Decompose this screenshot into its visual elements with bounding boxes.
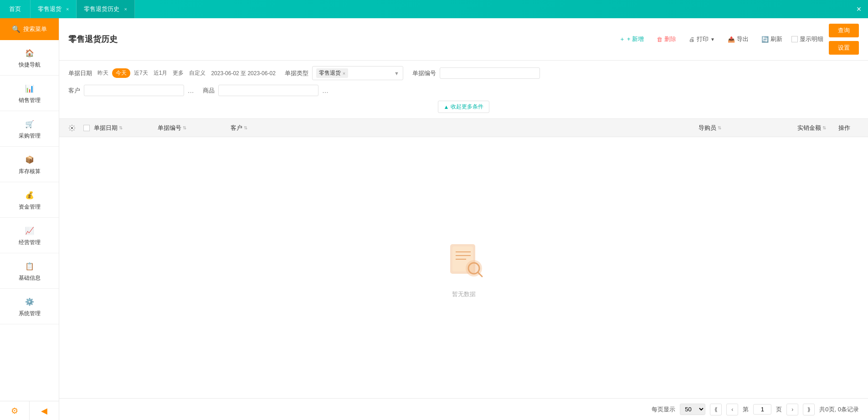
collapse-row: ▲ 收起更多条件 [68,101,859,113]
display-checkbox[interactable] [791,36,798,42]
business-icon: 📈 [23,224,36,237]
search-icon: 🔍 [12,25,21,33]
sidebar-item-purchase-mgmt[interactable]: 🛒 采购管理 [0,111,59,147]
table-container: 单据日期 ⇅ 单据编号 ⇅ 客户 ⇅ 导购员 ⇅ 实销金额 ⇅ [59,119,868,398]
customer-filter-group: 客户 ... [68,85,194,96]
delete-button[interactable]: 🗑 删除 [653,33,680,45]
export-label: 导出 [737,35,749,43]
date-more-btn[interactable]: 更多 [171,68,185,78]
page-title: 零售退货历史 [68,34,118,45]
th-amount[interactable]: 实销金额 ⇅ [771,124,826,132]
sidebar: 🔍 搜索菜单 🏠 快捷导航 📊 销售管理 🛒 采购管理 📦 库存核算 💰 [0,18,59,420]
date-custom-btn[interactable]: 自定义 [187,68,207,78]
print-icon: 🖨 [689,36,695,43]
print-button[interactable]: 🖨 打印 ▼ [685,33,719,45]
page-next-button[interactable]: › [786,404,798,415]
th-customer[interactable]: 客户 ⇅ [231,124,699,132]
collapse-chevron-icon: ▲ [444,104,449,110]
th-num-sort-icon: ⇅ [183,125,186,130]
page-number-input[interactable] [753,404,771,415]
customer-dots[interactable]: ... [188,87,194,95]
sidebar-item-business[interactable]: 📈 经营管理 [0,218,59,253]
header-checkbox[interactable] [83,125,90,131]
th-guide-sort-icon: ⇅ [718,125,721,130]
th-settings[interactable] [65,124,79,132]
sales-icon: 📊 [23,82,36,95]
window-close-button[interactable]: × [850,0,868,18]
voucher-filter-group: 单据编号 [412,67,540,79]
type-filter-select[interactable]: 零售退货 × ▼ [312,66,403,80]
sidebar-item-sales-mgmt[interactable]: 📊 销售管理 [0,76,59,111]
page-size-select[interactable]: 10 20 50 100 [680,404,705,415]
delete-icon: 🗑 [657,36,663,43]
total-label: 共0页, 0条记录 [819,405,859,414]
query-button[interactable]: 查询 [829,24,859,37]
customer-input[interactable] [84,85,184,96]
tab-retail-return-history-close[interactable]: × [124,6,127,12]
tab-retail-return-history-label: 零售退货历史 [84,5,119,13]
collapse-bottom-btn[interactable]: ◀ [30,401,59,420]
th-guide[interactable]: 导购员 ⇅ [699,124,771,132]
filter-row-2: 客户 ... 商品 ... [68,85,859,96]
type-select-chevron-icon: ▼ [394,71,399,76]
th-ops-label: 操作 [838,124,850,132]
sidebar-item-quick-nav[interactable]: 🏠 快捷导航 [0,40,59,76]
th-checkbox[interactable] [79,125,94,131]
finance-icon: 💰 [23,189,36,201]
display-toggle[interactable]: 显示明细 [791,35,823,43]
page-first-button[interactable]: ⟪ [710,404,722,415]
export-button[interactable]: 📤 导出 [724,33,752,45]
date-today-btn[interactable]: 今天 [112,68,130,78]
inventory-icon: 📦 [23,153,36,166]
new-button[interactable]: ＋ + 新增 [616,33,647,45]
th-date-label: 单据日期 [94,124,118,132]
sidebar-search-label: 搜索菜单 [23,25,47,33]
sidebar-item-basic-info[interactable]: 📋 基础信息 [0,253,59,289]
type-tag-label: 零售退货 [319,69,341,77]
display-label: 显示明细 [800,35,823,43]
sidebar-search[interactable]: 🔍 搜索菜单 [0,18,59,40]
page-last-button[interactable]: ⟫ [803,404,815,415]
top-bar: 首页 零售退货 × 零售退货历史 × × [0,0,868,18]
basic-info-icon: 📋 [23,260,36,272]
date-7days-btn[interactable]: 近7天 [132,68,150,78]
collapse-button[interactable]: ▲ 收起更多条件 [438,101,490,113]
page-size-label: 每页显示 [652,405,675,414]
type-filter-label: 单据类型 [285,69,308,77]
th-num[interactable]: 单据编号 ⇅ [158,124,231,132]
settings-button[interactable]: 设置 [829,41,859,55]
date-yesterday-btn[interactable]: 昨天 [96,68,110,78]
page-header: 零售退货历史 ＋ + 新增 🗑 删除 🖨 打印 ▼ 📤 导出 [59,18,868,61]
date-range-display: 2023-06-02 至 2023-06-02 [211,70,275,77]
voucher-num-input[interactable] [440,67,540,79]
tab-home[interactable]: 首页 [0,0,31,18]
th-date-sort-icon: ⇅ [119,125,123,130]
settings-bottom-btn[interactable]: ⚙ [0,401,30,420]
tab-retail-return[interactable]: 零售退货 × [31,0,77,18]
product-input[interactable] [218,85,318,96]
product-dots[interactable]: ... [322,87,328,95]
date-filter-btns: 昨天 今天 近7天 近1月 更多 自定义 [96,68,207,78]
th-guide-label: 导购员 [699,124,716,132]
sidebar-item-system-mgmt[interactable]: ⚙️ 系统管理 [0,289,59,324]
refresh-label: 刷新 [770,35,782,43]
date-1month-btn[interactable]: 近1月 [152,68,169,78]
sidebar-item-inventory[interactable]: 📦 库存核算 [0,147,59,182]
sidebar-item-finance[interactable]: 💰 资金管理 [0,182,59,218]
print-label: 打印 [697,35,709,43]
th-date[interactable]: 单据日期 ⇅ [94,124,158,132]
tab-retail-return-history[interactable]: 零售退货历史 × [77,0,134,18]
export-icon: 📤 [728,36,735,43]
tab-retail-return-label: 零售退货 [38,5,62,13]
print-chevron-icon: ▼ [710,37,715,42]
page-chapter-label: 第 [743,405,749,414]
sidebar-item-sales-label: 销售管理 [19,97,41,104]
sidebar-nav: 🏠 快捷导航 📊 销售管理 🛒 采购管理 📦 库存核算 💰 资金管理 📈 [0,40,59,401]
query-settings-group: 查询 设置 [829,24,859,55]
tab-retail-return-close[interactable]: × [66,6,69,12]
main-layout: 🔍 搜索菜单 🏠 快捷导航 📊 销售管理 🛒 采购管理 📦 库存核算 💰 [0,18,868,420]
page-prev-button[interactable]: ‹ [726,404,738,415]
type-tag-close[interactable]: × [343,71,345,76]
refresh-button[interactable]: 🔄 刷新 [758,33,786,45]
product-filter-group: 商品 ... [203,85,328,96]
